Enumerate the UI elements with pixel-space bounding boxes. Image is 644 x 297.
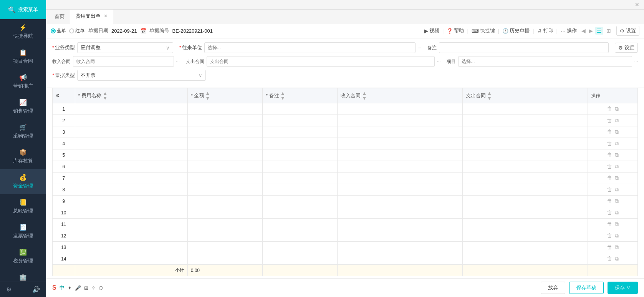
copy-icon-9[interactable]: ⧉ [615, 198, 619, 204]
sidebar-item-purchase[interactable]: 🛒 采购管理 [0, 119, 46, 144]
th-income-contract[interactable]: 收入合同 ▲▼ [338, 88, 463, 103]
expense-sort[interactable]: ▲▼ [487, 91, 492, 101]
row-expense-13[interactable] [463, 242, 588, 253]
row-remark-10[interactable] [263, 207, 338, 219]
row-income-6[interactable] [338, 161, 463, 173]
row-expense-14[interactable] [463, 253, 588, 265]
row-amount-2[interactable] [187, 115, 262, 126]
row-expense-11[interactable] [463, 219, 588, 230]
row-remark-9[interactable] [263, 196, 338, 207]
row-amount-3[interactable] [187, 126, 262, 138]
sidebar-item-sales[interactable]: 📈 销售管理 [0, 94, 46, 119]
row-expense-10[interactable] [463, 207, 588, 219]
row-income-8[interactable] [338, 184, 463, 196]
row-amount-9[interactable] [187, 196, 262, 207]
row-expense-9[interactable] [463, 196, 588, 207]
row-remark-8[interactable] [263, 184, 338, 196]
row-remark-7[interactable] [263, 173, 338, 184]
row-name-11[interactable] [75, 219, 187, 230]
copy-icon-14[interactable]: ⧉ [615, 256, 619, 262]
row-income-3[interactable] [338, 126, 463, 138]
toolbar-action-shortcuts[interactable]: ⌨快捷键 [472, 27, 495, 34]
row-expense-3[interactable] [463, 126, 588, 138]
tab-home[interactable]: 首页 [49, 10, 70, 23]
window-close-button[interactable]: ✕ [633, 2, 641, 8]
row-remark-14[interactable] [263, 253, 338, 265]
toolbar-action-more[interactable]: ⋯操作 [561, 27, 577, 34]
delete-icon-3[interactable]: 🗑 [607, 129, 612, 135]
discard-button[interactable]: 放弃 [541, 282, 565, 294]
row-income-10[interactable] [338, 207, 463, 219]
row-expense-6[interactable] [463, 161, 588, 173]
row-amount-4[interactable] [187, 138, 262, 149]
expense-contract-input[interactable] [207, 56, 435, 67]
row-amount-13[interactable] [187, 242, 262, 253]
sidebar-item-marketing[interactable]: 📢 营销推广 [0, 69, 46, 94]
row-remark-1[interactable] [263, 103, 338, 115]
delete-icon-11[interactable]: 🗑 [607, 221, 612, 227]
row-remark-4[interactable] [263, 138, 338, 149]
th-amount[interactable]: * 金额 ▲▼ [187, 88, 262, 103]
row-name-4[interactable] [75, 138, 187, 149]
row-remark-6[interactable] [263, 161, 338, 173]
form-settings-button[interactable]: ⚙ 设置 [615, 43, 638, 53]
toolbar-action-help[interactable]: ❓帮助 [447, 27, 464, 34]
row-income-5[interactable] [338, 149, 463, 161]
expense-contract-dots[interactable]: ··· [437, 59, 440, 64]
row-expense-4[interactable] [463, 138, 588, 149]
remark-sort[interactable]: ▲▼ [280, 91, 285, 101]
delete-icon-8[interactable]: 🗑 [607, 186, 612, 192]
th-remark[interactable]: * 备注 ▲▼ [263, 88, 338, 103]
toolbar-action-history[interactable]: 🕐历史单据 [502, 27, 530, 34]
row-amount-6[interactable] [187, 161, 262, 173]
row-amount-12[interactable] [187, 230, 262, 242]
delete-icon-14[interactable]: 🗑 [607, 256, 612, 262]
toolbar-action-print[interactable]: 🖨打印 [537, 27, 553, 34]
sidebar-item-accounting[interactable]: 📒 总账管理 [0, 194, 46, 219]
row-name-13[interactable] [75, 242, 187, 253]
row-income-11[interactable] [338, 219, 463, 230]
copy-icon-12[interactable]: ⧉ [615, 232, 619, 239]
row-expense-7[interactable] [463, 173, 588, 184]
copy-icon-11[interactable]: ⧉ [615, 221, 619, 227]
blue-bill-radio[interactable]: 蓝单 [51, 28, 66, 34]
copy-icon-1[interactable]: ⧉ [615, 106, 619, 112]
sidebar-item-fixed-assets[interactable]: 🏢 固定资产 [0, 269, 46, 282]
row-remark-11[interactable] [263, 219, 338, 230]
delete-icon-1[interactable]: 🗑 [607, 106, 612, 112]
name-sort[interactable]: ▲▼ [103, 91, 108, 101]
sidebar-item-quick-nav[interactable]: ⚡ 快捷导航 [0, 19, 46, 44]
sidebar-item-invoice[interactable]: 🧾 发票管理 [0, 219, 46, 244]
counterpart-dots[interactable]: ··· [418, 45, 421, 50]
delete-icon-7[interactable]: 🗑 [607, 175, 612, 181]
sidebar-item-inventory[interactable]: 📦 库存核算 [0, 144, 46, 169]
sidebar-item-capital[interactable]: 💰 资金管理 [0, 169, 46, 194]
row-income-14[interactable] [338, 253, 463, 265]
delete-icon-2[interactable]: 🗑 [607, 117, 612, 123]
row-remark-2[interactable] [263, 115, 338, 126]
row-expense-2[interactable] [463, 115, 588, 126]
row-name-2[interactable] [75, 115, 187, 126]
row-amount-14[interactable] [187, 253, 262, 265]
copy-icon-10[interactable]: ⧉ [615, 209, 619, 216]
grid-view-icon[interactable]: ⊞ [605, 27, 613, 35]
row-amount-10[interactable] [187, 207, 262, 219]
row-name-8[interactable] [75, 184, 187, 196]
tab-expense[interactable]: 费用支出单✕ [70, 10, 113, 23]
row-name-10[interactable] [75, 207, 187, 219]
copy-icon-4[interactable]: ⧉ [615, 140, 619, 146]
row-amount-7[interactable] [187, 173, 262, 184]
row-amount-1[interactable] [187, 103, 262, 115]
income-contract-dots[interactable]: ··· [176, 59, 180, 64]
calendar-icon[interactable]: 📅 [140, 28, 146, 34]
row-remark-12[interactable] [263, 230, 338, 242]
audio-icon[interactable]: 🔊 [32, 286, 40, 293]
row-name-3[interactable] [75, 126, 187, 138]
save-draft-button[interactable]: 保存草稿 [569, 282, 604, 294]
counterpart-input[interactable] [204, 42, 416, 53]
copy-icon-3[interactable]: ⧉ [615, 129, 619, 135]
income-sort[interactable]: ▲▼ [362, 91, 367, 101]
sidebar-header[interactable]: 🔍 搜索菜单 [0, 0, 46, 19]
next-arrow[interactable]: ▶ [588, 28, 594, 34]
settings-button[interactable]: ⚙ 设置 [616, 26, 639, 36]
